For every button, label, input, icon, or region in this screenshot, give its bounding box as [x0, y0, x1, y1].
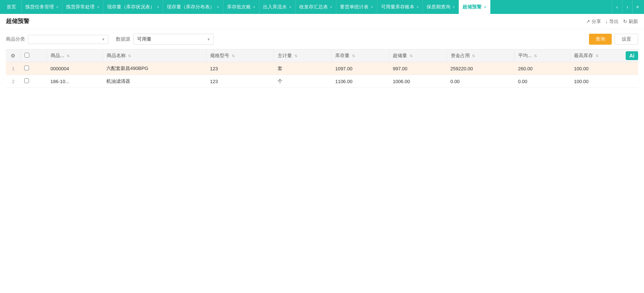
col-spec-header[interactable]: 规格型号 ⇅	[206, 49, 274, 62]
data-table: ⚙ 商品... ⇅ 商品名称 ⇅ 规格型号 ⇅ 主计量	[6, 49, 638, 88]
col-unit-header[interactable]: 主计量 ⇅	[274, 49, 332, 62]
refresh-button[interactable]: ↻ 刷新	[623, 18, 638, 25]
tab-close-icon[interactable]: ×	[97, 5, 99, 9]
row-name: 机油滤清器	[103, 75, 206, 88]
category-label: 商品分类	[6, 36, 25, 42]
row-name: 六配套新昌490BPG	[103, 62, 206, 75]
col-checkbox-header[interactable]	[21, 49, 47, 62]
tab-close-icon[interactable]: ×	[453, 5, 455, 9]
ai-badge[interactable]: Ai	[626, 51, 638, 60]
sort-icon: ⇅	[128, 54, 131, 58]
tab-现存量库存分布表[interactable]: 现存量（库存分布表） ×	[163, 0, 223, 14]
tab-close-icon[interactable]: ×	[417, 5, 419, 9]
share-button[interactable]: ↗ 分享	[586, 18, 601, 25]
nav-arrows: ‹ › ×	[612, 0, 643, 14]
filter-actions: 查询 设置	[589, 34, 638, 45]
row-stock: 1097.00	[332, 62, 389, 75]
tab-close-icon[interactable]: ×	[371, 5, 373, 9]
table-row: 1 0000004 六配套新昌490BPG 123 套 1097.00 997.…	[6, 62, 638, 75]
tab-close-icon[interactable]: ×	[253, 5, 255, 9]
col-over-header[interactable]: 超储量 ⇅	[389, 49, 447, 62]
row-stock: 1106.00	[332, 75, 389, 88]
chevron-down-icon: ▾	[208, 37, 210, 42]
header-actions: ↗ 分享 ↓ 导出 ↻ 刷新	[586, 18, 638, 25]
row-maxstock: 100.00	[570, 62, 638, 75]
row-index: 1	[6, 62, 21, 75]
tab-close-icon[interactable]: ×	[217, 5, 219, 9]
col-code-header[interactable]: 商品... ⇅	[47, 49, 103, 62]
row-over: 997.00	[389, 62, 447, 75]
tab-库存批次账[interactable]: 库存批次账 ×	[223, 0, 259, 14]
tab-出入库流水[interactable]: 出入库流水 ×	[259, 0, 295, 14]
tab-close-icon[interactable]: ×	[484, 5, 486, 9]
refresh-icon: ↻	[623, 19, 627, 24]
row-checkbox-cell[interactable]	[21, 62, 47, 75]
sort-icon: ⇅	[294, 54, 297, 58]
table-row: 2 186-10... 机油滤清器 123 个 1106.00 1006.00 …	[6, 75, 638, 88]
row-index: 2	[6, 75, 21, 88]
col-avg-header[interactable]: 平均... ⇅	[514, 49, 570, 62]
sort-icon: ⇅	[596, 54, 599, 58]
tab-保质期查询[interactable]: 保质期查询 ×	[423, 0, 459, 14]
sort-icon: ⇅	[534, 54, 537, 58]
tab-close-icon[interactable]: ×	[289, 5, 291, 9]
nav-close-button[interactable]: ×	[632, 0, 643, 14]
tab-close-icon[interactable]: ×	[330, 5, 332, 9]
filter-area: 商品分类 ▾ 数据源 可用量 ▾ 查询 设置	[0, 29, 644, 49]
row-avg: 0.00	[514, 75, 570, 88]
nav-prev-button[interactable]: ‹	[612, 0, 622, 14]
export-icon: ↓	[605, 19, 608, 24]
page-header: 超储预警 ↗ 分享 ↓ 导出 ↻ 刷新	[0, 14, 644, 29]
gear-icon[interactable]: ⚙	[11, 53, 15, 59]
tab-close-icon[interactable]: ×	[56, 5, 58, 9]
tab-拣货异常处理[interactable]: 拣货异常处理 ×	[62, 0, 103, 14]
row-checkbox-cell[interactable]	[21, 75, 47, 88]
datasource-label: 数据源	[116, 36, 130, 42]
table-container: ⚙ 商品... ⇅ 商品名称 ⇅ 规格型号 ⇅ 主计量	[0, 49, 644, 88]
row-checkbox[interactable]	[24, 78, 29, 83]
table-header-row: ⚙ 商品... ⇅ 商品名称 ⇅ 规格型号 ⇅ 主计量	[6, 49, 638, 62]
row-spec: 123	[206, 62, 274, 75]
sort-icon: ⇅	[352, 54, 355, 58]
chevron-down-icon: ▾	[102, 37, 105, 42]
nav-bar: 首页 拣货任务管理 × 拣货异常处理 × 现存量（库存状况表） × 现存量（库存…	[0, 0, 644, 14]
row-capital: 0.00	[447, 75, 514, 88]
datasource-value: 可用量	[137, 36, 151, 42]
tab-可用量库存账本[interactable]: 可用量库存账本 ×	[377, 0, 423, 14]
tab-超储预警[interactable]: 超储预警 ×	[459, 0, 490, 14]
category-select[interactable]: ▾	[28, 35, 109, 44]
sort-icon: ⇅	[410, 54, 413, 58]
row-avg: 260.00	[514, 62, 570, 75]
page-title: 超储预警	[6, 18, 29, 25]
row-capital: 259220.00	[447, 62, 514, 75]
query-button[interactable]: 查询	[589, 34, 612, 45]
sort-icon: ⇅	[232, 54, 235, 58]
row-checkbox[interactable]	[24, 66, 29, 70]
col-stock-header[interactable]: 库存量 ⇅	[332, 49, 389, 62]
tab-close-icon[interactable]: ×	[157, 5, 159, 9]
datasource-filter-group: 数据源 可用量 ▾	[116, 34, 214, 45]
col-name-header[interactable]: 商品名称 ⇅	[103, 49, 206, 62]
tab-收发存汇总表[interactable]: 收发存汇总表 ×	[296, 0, 336, 14]
export-button[interactable]: ↓ 导出	[605, 18, 619, 25]
row-code: 186-10...	[47, 75, 103, 88]
sort-icon: ⇅	[472, 54, 475, 58]
row-unit: 个	[274, 75, 332, 88]
nav-next-button[interactable]: ›	[622, 0, 632, 14]
tab-拣货任务管理[interactable]: 拣货任务管理 ×	[22, 0, 62, 14]
row-code: 0000004	[47, 62, 103, 75]
nav-home[interactable]: 首页	[1, 0, 22, 14]
tab-要货单统计表[interactable]: 要货单统计表 ×	[336, 0, 377, 14]
row-over: 1006.00	[389, 75, 447, 88]
tab-现存量库存状况表[interactable]: 现存量（库存状况表） ×	[103, 0, 163, 14]
datasource-select[interactable]: 可用量 ▾	[133, 34, 214, 45]
settings-button[interactable]: 设置	[615, 34, 638, 45]
col-capital-header[interactable]: 资金占用 ⇅	[447, 49, 514, 62]
row-spec: 123	[206, 75, 274, 88]
row-maxstock: 100.00	[570, 75, 638, 88]
share-icon: ↗	[586, 19, 590, 24]
row-unit: 套	[274, 62, 332, 75]
category-filter-group: 商品分类 ▾	[6, 35, 109, 44]
col-settings[interactable]: ⚙	[6, 49, 21, 62]
select-all-checkbox[interactable]	[25, 53, 29, 58]
